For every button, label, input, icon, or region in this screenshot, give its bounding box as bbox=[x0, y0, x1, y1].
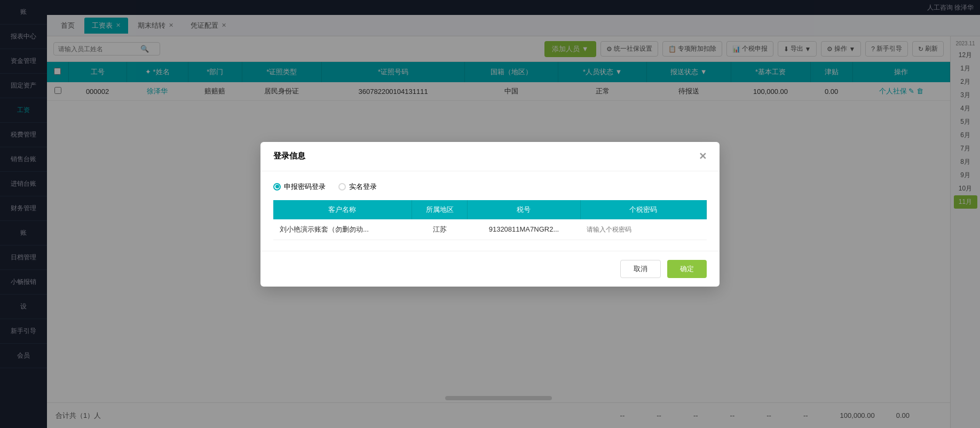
modal-cell-taxno: 91320811MA7NGR2... bbox=[468, 219, 580, 240]
radio-realname-login[interactable]: 实名登录 bbox=[338, 182, 377, 192]
modal-cell-name: 刘小艳演示账套（勿删勿动... bbox=[273, 219, 412, 240]
modal-col-name: 客户名称 bbox=[273, 200, 412, 219]
modal-footer: 取消 确定 bbox=[260, 251, 720, 287]
radio-password-label: 申报密码登录 bbox=[284, 182, 326, 192]
modal-col-region: 所属地区 bbox=[412, 200, 468, 219]
radio-password-login[interactable]: 申报密码登录 bbox=[273, 182, 326, 192]
modal-title: 登录信息 bbox=[273, 151, 305, 161]
login-info-table: 客户名称 所属地区 税号 个税密码 刘小艳演示账套（勿删勿动... 江苏 913… bbox=[273, 200, 707, 240]
modal-close-button[interactable]: ✕ bbox=[699, 150, 707, 162]
modal-table-row: 刘小艳演示账套（勿删勿动... 江苏 91320811MA7NGR2... bbox=[273, 219, 707, 240]
modal-cell-taxpwd[interactable] bbox=[580, 219, 706, 240]
radio-realname-label: 实名登录 bbox=[349, 182, 377, 192]
modal-col-taxno: 税号 bbox=[468, 200, 580, 219]
modal-body: 申报密码登录 实名登录 客户名称 所属地区 税号 个税密码 bbox=[260, 171, 720, 251]
radio-password-circle bbox=[273, 183, 281, 191]
modal-header: 登录信息 ✕ bbox=[260, 142, 720, 171]
modal-overlay: 登录信息 ✕ 申报密码登录 实名登录 客户名称 所属 bbox=[0, 0, 980, 428]
confirm-button[interactable]: 确定 bbox=[667, 260, 707, 278]
modal-col-taxpwd: 个税密码 bbox=[580, 200, 706, 219]
login-type-radio-group: 申报密码登录 实名登录 bbox=[273, 182, 707, 192]
cancel-button[interactable]: 取消 bbox=[620, 260, 661, 278]
radio-realname-circle bbox=[338, 183, 346, 191]
modal-cell-region: 江苏 bbox=[412, 219, 468, 240]
tax-pwd-input[interactable] bbox=[587, 226, 700, 233]
login-info-modal: 登录信息 ✕ 申报密码登录 实名登录 客户名称 所属 bbox=[260, 142, 720, 287]
